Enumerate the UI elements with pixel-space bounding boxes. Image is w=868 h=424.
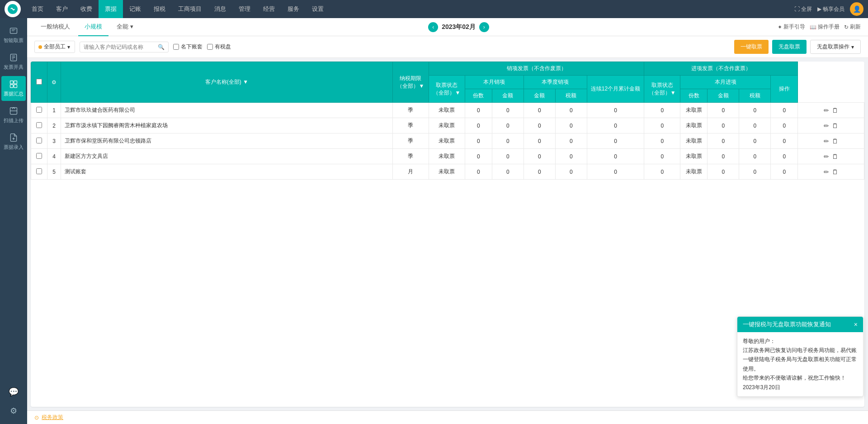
row-edit-icon[interactable]: ✏ bbox=[824, 153, 829, 160]
top-nav-right: ⛶ 全屏 ▶ 畅享会员 👤 bbox=[794, 2, 863, 16]
row-purchase-status: 未取票 bbox=[680, 164, 708, 180]
sidebar-item-ticket-summary[interactable]: 票据汇总 bbox=[1, 76, 26, 101]
select-all-checkbox[interactable] bbox=[36, 79, 42, 85]
row-view-icon[interactable]: 🗒 bbox=[832, 153, 838, 160]
row-sale-quarter-amount: 0 bbox=[555, 133, 587, 149]
notification-panel: 一键报税与无盘取票功能恢复通知 × 尊敬的用户： 江苏政务网已恢复访问电子税务局… bbox=[737, 316, 863, 397]
next-month-button[interactable]: › bbox=[479, 22, 489, 32]
employee-label: 全部员工 bbox=[44, 43, 66, 51]
row-sale-12month: 0 bbox=[644, 164, 680, 180]
row-sale-12month: 0 bbox=[644, 118, 680, 133]
row-sale-month-count: 0 bbox=[465, 118, 492, 133]
nav-operation[interactable]: 经营 bbox=[257, 0, 281, 18]
row-checkbox[interactable] bbox=[31, 103, 47, 118]
row-no: 1 bbox=[47, 103, 61, 118]
avatar[interactable]: 👤 bbox=[850, 2, 863, 16]
checkbox-has-taxdisk-input[interactable] bbox=[207, 44, 213, 50]
sidebar-label-scan-upload: 扫描上传 bbox=[4, 117, 24, 124]
fullscreen-label: 全屏 bbox=[801, 5, 812, 13]
row-sale-quarter-tax: 0 bbox=[587, 164, 644, 180]
tab-small-scale[interactable]: 小规模 bbox=[78, 18, 108, 36]
sidebar-item-smart-ticket[interactable]: 智能取票 bbox=[1, 23, 26, 48]
nav-tax[interactable]: 报税 bbox=[147, 0, 172, 18]
refresh-button[interactable]: ↻ 刷新 bbox=[844, 23, 861, 31]
tab-general-taxpayer[interactable]: 一般纳税人 bbox=[34, 18, 76, 36]
nav-business[interactable]: 工商项目 bbox=[172, 0, 208, 18]
nav-service[interactable]: 服务 bbox=[281, 0, 306, 18]
sidebar-settings-button[interactable]: ⚙ bbox=[1, 402, 26, 419]
search-input[interactable] bbox=[84, 44, 156, 50]
nav-manage[interactable]: 管理 bbox=[232, 0, 257, 18]
row-purchase-month-count: 0 bbox=[708, 118, 739, 133]
one-click-ticket-button[interactable]: 一键取票 bbox=[734, 40, 769, 54]
nav-message[interactable]: 消息 bbox=[208, 0, 232, 18]
search-icon[interactable]: 🔍 bbox=[158, 44, 165, 50]
prev-month-button[interactable]: ‹ bbox=[428, 22, 438, 32]
row-purchase-month-tax: 0 bbox=[771, 164, 798, 180]
sidebar: 智能取票 发票开具 票据汇总 扫描上传 票据录入 💬 ⚙ bbox=[0, 18, 27, 424]
sidebar-item-ticket-entry[interactable]: 票据录入 bbox=[1, 129, 26, 154]
nav-bookkeeping[interactable]: 记账 bbox=[123, 0, 147, 18]
checkbox-has-taxdisk[interactable]: 有税盘 bbox=[207, 43, 231, 51]
nav-home[interactable]: 首页 bbox=[25, 0, 50, 18]
nav-customer[interactable]: 客户 bbox=[50, 0, 74, 18]
employee-select[interactable]: 全部员工 ▾ bbox=[34, 41, 75, 53]
row-view-icon[interactable]: 🗒 bbox=[832, 138, 838, 145]
guide-button[interactable]: ✦ 新手引导 bbox=[778, 23, 805, 31]
row-purchase-month-tax: 0 bbox=[771, 133, 798, 149]
col-sale-quarter-header: 本季度销项 bbox=[524, 76, 587, 89]
vip-button[interactable]: ▶ 畅享会员 bbox=[817, 5, 844, 13]
vip-icon: ▶ bbox=[817, 6, 821, 12]
row-checkbox[interactable] bbox=[31, 149, 47, 164]
checkbox-my-accounts-input[interactable] bbox=[173, 44, 179, 50]
row-sale-month-count: 0 bbox=[465, 149, 492, 164]
row-view-icon[interactable]: 🗒 bbox=[832, 107, 838, 114]
sidebar-item-invoice-open[interactable]: 发票开具 bbox=[1, 49, 26, 74]
row-name: 新建区方方文具店 bbox=[61, 149, 393, 164]
nav-ticket[interactable]: 票据 bbox=[99, 0, 123, 18]
diskless-ticket-ops-button[interactable]: 无盘取票操作 ▾ bbox=[810, 40, 861, 54]
diskless-ticket-button[interactable]: 无盘取票 bbox=[772, 40, 807, 54]
row-edit-icon[interactable]: ✏ bbox=[824, 107, 829, 114]
row-view-icon[interactable]: 🗒 bbox=[832, 168, 838, 176]
row-taxperiod: 月 bbox=[392, 164, 429, 180]
row-checkbox[interactable] bbox=[31, 164, 47, 180]
top-navigation: 首页 客户 收费 票据 记账 报税 工商项目 消息 管理 经营 服务 设置 ⛶ … bbox=[0, 0, 868, 18]
sub-tab-bar: 一般纳税人 小规模 全能 ▾ ‹ 2023年02月 › ✦ 新手引导 📖 bbox=[27, 18, 868, 36]
refresh-label: 刷新 bbox=[850, 23, 861, 31]
notification-header: 一键报税与无盘取票功能恢复通知 × bbox=[737, 317, 863, 332]
row-sale-quarter-tax: 0 bbox=[587, 133, 644, 149]
nav-settings[interactable]: 设置 bbox=[306, 0, 330, 18]
row-name: 卫辉市保和堂医药有限公司忠顿路店 bbox=[61, 133, 393, 149]
row-checkbox[interactable] bbox=[31, 118, 47, 133]
notification-text: 尊敬的用户： 江苏政务网已恢复访问电子税务局功能，易代账一键登陆电子税务局与无盘… bbox=[743, 337, 858, 392]
nav-fee[interactable]: 收费 bbox=[74, 0, 99, 18]
fullscreen-button[interactable]: ⛶ 全屏 bbox=[794, 5, 812, 13]
row-edit-icon[interactable]: ✏ bbox=[824, 138, 829, 145]
sidebar-item-scan-upload[interactable]: 扫描上传 bbox=[1, 103, 26, 128]
month-nav-container: ‹ 2023年02月 › bbox=[142, 22, 776, 32]
col-sale-invoice-header: 销项发票（不含作废票） bbox=[429, 62, 644, 76]
col-purchase-month-amount-header: 金额 bbox=[708, 89, 739, 103]
row-taxperiod: 季 bbox=[392, 103, 429, 118]
col-sale-status-header: 取票状态（全部）▼ bbox=[429, 76, 465, 103]
sidebar-help-button[interactable]: 💬 bbox=[1, 383, 26, 400]
month-navigation: ‹ 2023年02月 › bbox=[428, 22, 489, 32]
notification-close-button[interactable]: × bbox=[854, 321, 858, 328]
manual-button[interactable]: 📖 操作手册 bbox=[810, 23, 840, 31]
row-view-icon[interactable]: 🗒 bbox=[832, 122, 838, 129]
row-checkbox[interactable] bbox=[31, 133, 47, 149]
row-edit-icon[interactable]: ✏ bbox=[824, 168, 829, 176]
filter-bar: 全部员工 ▾ 🔍 名下账套 有税盘 一键取票 无盘取票 无盘取票操作 ▾ bbox=[27, 36, 868, 58]
checkbox-my-accounts-label: 名下账套 bbox=[181, 43, 203, 51]
checkbox-my-accounts[interactable]: 名下账套 bbox=[173, 43, 203, 51]
tax-policy-link[interactable]: 税务政策 bbox=[42, 414, 63, 421]
col-sale-12month-header: 连续12个月累计金额 bbox=[587, 76, 644, 103]
app-logo bbox=[5, 1, 21, 17]
row-sale-quarter-tax: 0 bbox=[587, 103, 644, 118]
row-edit-icon[interactable]: ✏ bbox=[824, 122, 829, 129]
row-sale-status: 未取票 bbox=[429, 103, 465, 118]
tab-all[interactable]: 全能 ▾ bbox=[110, 18, 140, 36]
col-sale-month-header: 本月销项 bbox=[465, 76, 524, 89]
table-row: 5 测试账套 月 未取票 0 0 0 0 0 0 未取票 0 0 0 ✏ 🗒 bbox=[31, 164, 864, 180]
